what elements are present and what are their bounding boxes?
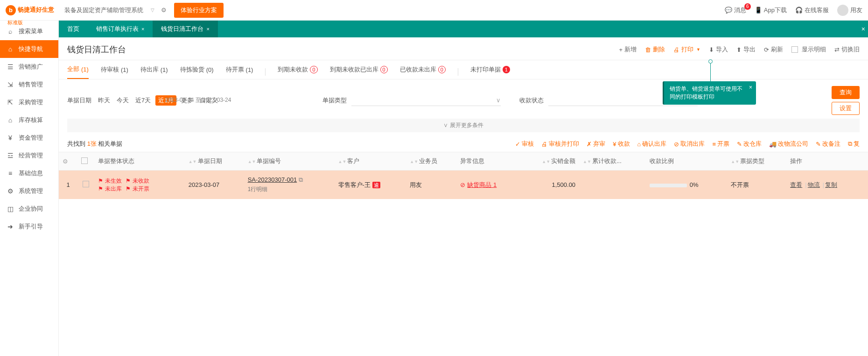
user-menu[interactable]: 用友: [837, 5, 862, 16]
date-shortcut[interactable]: 今天: [115, 95, 131, 106]
headset-icon: 🎧: [795, 7, 803, 14]
bulk-action[interactable]: ✓审核: [515, 140, 534, 148]
export-icon: ⬆: [736, 46, 742, 53]
bulk-action[interactable]: ✎改备注: [816, 140, 840, 148]
column-header[interactable]: ▲▼客户: [335, 152, 406, 171]
add-button[interactable]: +新增: [619, 45, 637, 54]
bulk-action[interactable]: 🖨审核并打印: [541, 140, 579, 148]
settings-button[interactable]: 设置: [832, 102, 860, 115]
sidebar-item[interactable]: ➜新手引导: [0, 218, 58, 235]
gear-icon[interactable]: ⚙: [63, 158, 68, 165]
filter-tab[interactable]: 待拣验货(0): [180, 65, 214, 78]
column-header[interactable]: ▲▼实销金额: [520, 152, 579, 171]
sidebar-item[interactable]: ≡基础信息: [0, 164, 58, 182]
count-badge: 0: [438, 66, 446, 73]
bulk-action[interactable]: ✎改仓库: [737, 140, 762, 148]
sidebar-item[interactable]: ◫企业协同: [0, 200, 58, 218]
filter-tab[interactable]: 到期未收款0: [278, 65, 317, 78]
filter-tab[interactable]: 已收款未出库0: [400, 65, 446, 78]
show-detail-toggle[interactable]: 显示明细: [791, 45, 826, 54]
settings-gear-icon[interactable]: ⚙: [161, 7, 167, 14]
online-service-link[interactable]: 🎧 在线客服: [795, 6, 829, 14]
column-header[interactable]: 单据整体状态: [94, 152, 185, 171]
sidebar-item[interactable]: ⌂库存核算: [0, 111, 58, 129]
sidebar-item[interactable]: ⚙系统管理: [0, 182, 58, 200]
logo-text: 畅捷通好生意: [18, 7, 54, 13]
date-shortcut[interactable]: 昨天: [96, 95, 112, 106]
row-op[interactable]: 物流: [808, 181, 820, 188]
row-op[interactable]: 查看: [790, 181, 802, 188]
filter-tab[interactable]: 待出库(1): [140, 65, 168, 78]
import-button[interactable]: ⬇导入: [709, 45, 728, 54]
column-header[interactable]: ▲▼业务员: [406, 152, 456, 171]
tab-close-icon[interactable]: ×: [206, 26, 209, 32]
results-table: ⚙单据整体状态▲▼单据日期▲▼单据编号▲▼客户▲▼业务员异常信息▲▼实销金额▲▼…: [59, 152, 868, 199]
sidebar: ⌕搜索菜单⌂快捷导航☰营销推广⇲销售管理⇱采购管理⌂库存核算¥资金管理☲经营管理…: [0, 21, 59, 356]
experience-button[interactable]: 体验行业方案: [174, 3, 224, 18]
bulk-action[interactable]: ✗弃审: [587, 140, 605, 148]
tab-bar: 首页销售订单执行表×钱货日清工作台××: [59, 21, 868, 37]
column-header[interactable]: 异常信息: [456, 152, 520, 171]
chevron-down-icon: ∨: [496, 97, 501, 104]
refresh-button[interactable]: ⟳刷新: [764, 45, 783, 54]
bulk-action[interactable]: ⊘取消出库: [674, 140, 705, 148]
row-op[interactable]: 复制: [825, 181, 837, 188]
sidebar-item[interactable]: ⇲销售管理: [0, 76, 58, 93]
bulk-action[interactable]: 🚚改物流公司: [769, 140, 808, 148]
delete-button[interactable]: 🗑删除: [645, 45, 665, 54]
tab[interactable]: 钱货日清工作台×: [153, 21, 217, 37]
bulk-action[interactable]: ≡开票: [712, 140, 729, 148]
receipt-label: 收款状态: [519, 96, 544, 105]
bulk-actions: ✓审核🖨审核并打印✗弃审¥收款⌂确认出库⊘取消出库≡开票✎改仓库🚚改物流公司✎改…: [515, 140, 860, 148]
select-all-checkbox[interactable]: [81, 157, 88, 164]
filter-tab[interactable]: 到期未收款已出库0: [330, 65, 388, 78]
logo-subtitle: 标准版: [7, 19, 23, 26]
messages-link[interactable]: 💬 消息 6: [725, 6, 746, 14]
tooltip-close-icon[interactable]: ×: [749, 84, 752, 91]
print-button[interactable]: 🖨打印▼: [673, 45, 700, 54]
bulk-action[interactable]: ¥收款: [613, 140, 630, 148]
column-header[interactable]: 操作: [786, 152, 868, 171]
filter-tab[interactable]: 未打印单据1: [470, 65, 510, 78]
filter-tab[interactable]: 全部(1): [67, 65, 89, 79]
system-name: 装备及固定资产辅助管理系统: [64, 6, 143, 14]
doc-link[interactable]: SA-20230307-001: [248, 176, 297, 183]
filter-tabs: 全部(1)待审核(1)待出库(1)待拣验货(0)待开票(1)到期未收款0到期未收…: [59, 60, 868, 79]
row-checkbox[interactable]: [83, 181, 89, 187]
column-header[interactable]: ▲▼单据编号: [244, 152, 335, 171]
filter-tab[interactable]: 待开票(1): [226, 65, 253, 78]
tab[interactable]: 首页: [59, 21, 88, 37]
app-download-link[interactable]: 📱 App下载: [755, 6, 787, 14]
type-select[interactable]: ∨: [351, 95, 501, 106]
date-shortcut[interactable]: 近7天: [133, 95, 153, 106]
sidebar-item[interactable]: ⌂快捷导航: [0, 40, 58, 58]
bulk-action[interactable]: ⧉复: [848, 140, 860, 148]
copy-icon[interactable]: ⧉: [299, 176, 303, 183]
tab-bar-close-icon[interactable]: ×: [861, 25, 865, 33]
table-row[interactable]: 1 ⚑未生效⚑未收款⚑未出库⚑未开票 2023-03-07 SA-2023030…: [59, 171, 868, 199]
sidebar-item[interactable]: ☰营销推广: [0, 58, 58, 76]
column-header[interactable]: 收款比例: [646, 152, 728, 171]
switch-old-button[interactable]: ⇄切换旧: [834, 45, 860, 54]
column-header[interactable]: ▲▼票据类型: [727, 152, 786, 171]
system-selector[interactable]: 装备及固定资产辅助管理系统 ▽: [64, 6, 154, 14]
customer-cell: 零售客户-王逾: [335, 171, 406, 199]
tab[interactable]: 销售订单执行表×: [88, 21, 153, 37]
tab-close-icon[interactable]: ×: [141, 26, 144, 32]
print-icon: 🖨: [673, 46, 679, 53]
column-header[interactable]: ▲▼累计收款...: [579, 152, 646, 171]
search-button[interactable]: 查询: [832, 86, 860, 99]
bulk-action[interactable]: ⌂确认出库: [637, 140, 667, 148]
chevron-down-icon: ∨: [443, 122, 449, 128]
sidebar-item[interactable]: ¥资金管理: [0, 129, 58, 147]
sidebar-item[interactable]: ⇱采购管理: [0, 93, 58, 111]
error-link[interactable]: 缺货商品 1: [467, 181, 497, 188]
sidebar-item[interactable]: ☲经营管理: [0, 147, 58, 164]
export-button[interactable]: ⬆导出: [736, 45, 756, 54]
sidebar-icon: ☲: [7, 152, 14, 159]
result-summary: 共找到 1张 相关单据: [67, 140, 122, 148]
filter-tab[interactable]: 待审核(1): [101, 65, 128, 78]
expand-conditions[interactable]: ∨ 展开更多条件: [67, 119, 860, 132]
sidebar-icon: ⌕: [7, 28, 14, 35]
column-header[interactable]: ▲▼单据日期: [185, 152, 244, 171]
